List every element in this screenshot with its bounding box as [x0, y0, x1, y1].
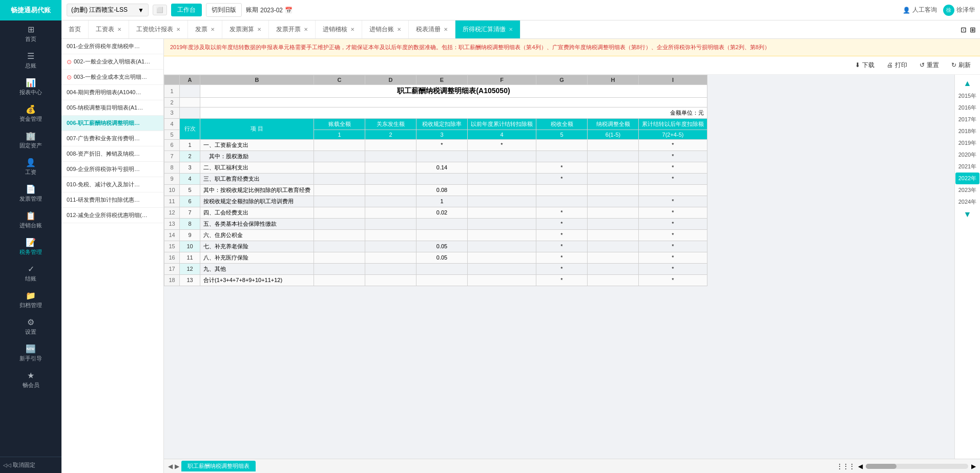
sidebar-item-home[interactable]: ⊞ 首页 — [0, 20, 61, 47]
cell-10H[interactable] — [588, 184, 639, 196]
year-item-2020[interactable]: 2020年 — [955, 149, 979, 161]
cell-7H[interactable] — [588, 150, 639, 162]
refresh-button[interactable]: ↻ 刷新 — [948, 59, 974, 71]
tab-payroll-stats[interactable]: 工资统计报表 ✕ — [129, 20, 188, 39]
left-menu-item-004[interactable]: 004-期间费用明细表(A1040… — [61, 85, 163, 100]
cell-8C[interactable] — [314, 162, 365, 173]
left-menu-item-001[interactable]: 001-企业所得税年度纳税申… — [61, 39, 163, 54]
year-nav-up-button[interactable]: ▲ — [962, 77, 974, 90]
cell-18H[interactable] — [588, 274, 639, 286]
cell-7E[interactable] — [416, 150, 468, 162]
tab-invoice-calc[interactable]: 发票测算 ✕ — [222, 20, 269, 39]
sidebar-item-settings[interactable]: ⚙ 设置 — [0, 313, 61, 340]
year-item-2023[interactable]: 2023年 — [955, 184, 979, 196]
cell-11F[interactable] — [468, 196, 536, 207]
sheet-tab-active[interactable]: 职工薪酬纳税调整明细表 — [181, 461, 256, 471]
cell-15C[interactable] — [314, 241, 365, 252]
tab-payroll-stats-close[interactable]: ✕ — [176, 27, 180, 32]
tab-purchase-verify-close[interactable]: ✕ — [350, 27, 355, 32]
cell-16H[interactable] — [588, 252, 639, 263]
sheet-scroll-right[interactable]: ▶ — [175, 463, 179, 470]
cell-18E[interactable] — [416, 274, 468, 286]
sidebar-item-fund[interactable]: 💰 资金管理 — [0, 100, 61, 127]
cell-7D[interactable] — [365, 150, 416, 162]
cell-7G[interactable] — [536, 150, 588, 162]
cell-7C[interactable] — [314, 150, 365, 162]
tab-expand-icon[interactable]: ⊡ — [961, 26, 967, 34]
cell-13E[interactable] — [416, 218, 468, 229]
cell-14D[interactable] — [365, 229, 416, 241]
left-menu-item-008[interactable]: 008-资产折旧、摊销及纳税… — [61, 146, 163, 162]
cell-14C[interactable] — [314, 229, 365, 241]
tab-purchase-verify[interactable]: 进销稽核 ✕ — [316, 20, 362, 39]
cell-13C[interactable] — [314, 218, 365, 229]
cell-6D[interactable] — [365, 139, 416, 150]
cell-9D[interactable] — [365, 173, 416, 184]
left-menu-item-012[interactable]: 012-减免企业所得税优惠明细(… — [61, 208, 163, 223]
service-button[interactable]: 👤 人工客询 — [903, 6, 937, 14]
year-item-2021[interactable]: 2021年 — [955, 161, 979, 173]
cell-6C[interactable] — [314, 139, 365, 150]
cell-10I[interactable] — [639, 184, 707, 196]
sidebar-item-tax[interactable]: 📝 税务管理 — [0, 233, 61, 260]
cell-9H[interactable] — [588, 173, 639, 184]
cell-18C[interactable] — [314, 274, 365, 286]
cell-10D[interactable] — [365, 184, 416, 196]
horizontal-scrollbar[interactable] — [866, 464, 968, 469]
tab-invoice-close[interactable]: ✕ — [211, 27, 215, 32]
cell-12F[interactable] — [468, 207, 536, 218]
left-menu-item-007[interactable]: 007-广告费和业务宣传费明… — [61, 131, 163, 146]
year-item-2024[interactable]: 2024年 — [955, 196, 979, 208]
cell-11H[interactable] — [588, 196, 639, 207]
cell-18D[interactable] — [365, 274, 416, 286]
cell-9C[interactable] — [314, 173, 365, 184]
cell-6H[interactable] — [588, 139, 639, 150]
cell-12D[interactable] — [365, 207, 416, 218]
cell-10F[interactable] — [468, 184, 536, 196]
cell-17F[interactable] — [468, 263, 536, 274]
cell-14H[interactable] — [588, 229, 639, 241]
cell-14F[interactable] — [468, 229, 536, 241]
cell-15H[interactable] — [588, 241, 639, 252]
cell-17C[interactable] — [314, 263, 365, 274]
year-item-2017[interactable]: 2017年 — [955, 114, 979, 125]
left-menu-item-005[interactable]: 005-纳税调整项目明细表(A1… — [61, 100, 163, 116]
cell-7F[interactable] — [468, 150, 536, 162]
cancel-fixed-button[interactable]: ◁◁ 取消固定 — [0, 457, 61, 473]
reset-button[interactable]: ↺ 重置 — [916, 59, 942, 71]
left-menu-item-006[interactable]: 006-职工薪酬纳税调整明细… — [61, 116, 163, 131]
cell-15F[interactable] — [468, 241, 536, 252]
year-item-2016[interactable]: 2016年 — [955, 102, 979, 114]
workspace-button[interactable]: 工作台 — [171, 4, 202, 16]
sheet-scroll-bar-right[interactable]: ▶ — [971, 463, 976, 470]
tab-tax-list-close[interactable]: ✕ — [444, 27, 448, 32]
cell-6G[interactable] — [536, 139, 588, 150]
cell-16F[interactable] — [468, 252, 536, 263]
tab-income-tax[interactable]: 所得税汇算清缴 ✕ — [455, 20, 520, 39]
tab-income-tax-close[interactable]: ✕ — [509, 27, 513, 32]
sidebar-item-general-ledger[interactable]: ☰ 总账 — [0, 47, 61, 74]
left-menu-item-009[interactable]: 009-企业所得税弥补亏损明… — [61, 162, 163, 177]
download-button[interactable]: ⬇ 下载 — [852, 59, 878, 71]
sheet-options-icon[interactable]: ⋮⋮⋮ — [837, 463, 855, 470]
cell-14E[interactable] — [416, 229, 468, 241]
tab-tax-list[interactable]: 税表清册 ✕ — [409, 20, 455, 39]
cell-15D[interactable] — [365, 241, 416, 252]
cell-18F[interactable] — [468, 274, 536, 286]
cell-11D[interactable] — [365, 196, 416, 207]
cell-10G[interactable] — [536, 184, 588, 196]
year-item-2015[interactable]: 2015年 — [955, 90, 979, 102]
cell-9F[interactable] — [468, 173, 536, 184]
user-button[interactable]: 徐 徐泽华 — [943, 5, 975, 16]
print-button[interactable]: 🖨 打印 — [884, 59, 910, 71]
sidebar-item-member[interactable]: ★ 畅会员 — [0, 367, 61, 393]
cell-8H[interactable] — [588, 162, 639, 173]
cell-10C[interactable] — [314, 184, 365, 196]
sidebar-item-salary[interactable]: 👤 工资 — [0, 154, 61, 180]
tab-invoice-calc-close[interactable]: ✕ — [257, 27, 261, 32]
sidebar-item-guide[interactable]: 🆕 新手引导 — [0, 340, 61, 367]
cell-12C[interactable] — [314, 207, 365, 218]
cell-13D[interactable] — [365, 218, 416, 229]
tab-purchase-ledger[interactable]: 进销台账 ✕ — [362, 20, 409, 39]
tab-invoice-open-close[interactable]: ✕ — [304, 27, 308, 32]
